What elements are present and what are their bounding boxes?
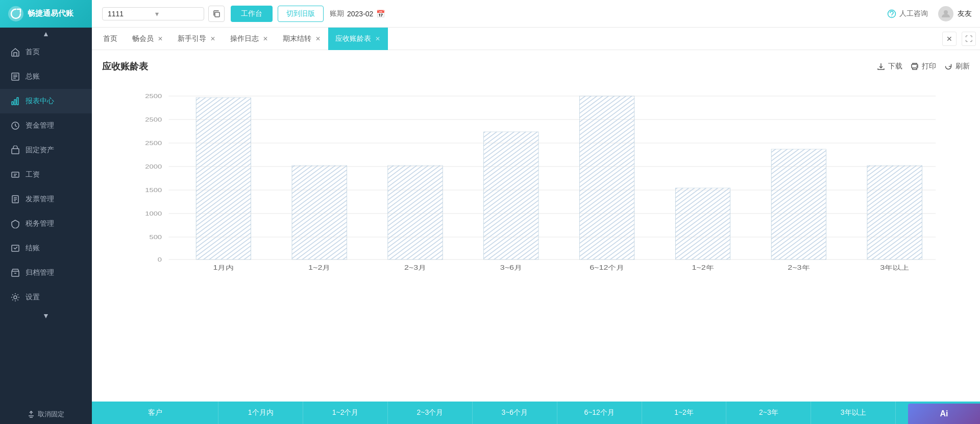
print-button[interactable]: 打印: [911, 62, 936, 71]
user-area[interactable]: 友友: [938, 6, 972, 21]
sidebar-item-salary[interactable]: 工资: [0, 162, 92, 187]
period-area: 账期 2023-02 📅: [330, 9, 385, 18]
tabs-expand-button[interactable]: ⛶: [962, 32, 976, 46]
ai-badge[interactable]: Ai: [908, 404, 980, 424]
tab-member-label: 畅会员: [132, 34, 154, 43]
company-name: 1111: [108, 10, 151, 18]
ai-badge-label: Ai: [940, 409, 948, 418]
col-1month-label: 1个月内: [248, 408, 274, 417]
support-label: 人工咨询: [899, 9, 928, 18]
sidebar-scroll-down[interactable]: ▼: [0, 310, 92, 322]
tab-aging[interactable]: 应收账龄表 ✕: [328, 28, 388, 50]
sidebar-label-assets: 固定资产: [26, 146, 54, 155]
archive-icon: [10, 268, 20, 278]
tab-oplog-close[interactable]: ✕: [263, 35, 268, 42]
sidebar-item-settings[interactable]: 设置: [0, 285, 92, 310]
col-customer: 客户: [92, 402, 218, 424]
sidebar-label-funds: 资金管理: [26, 121, 54, 130]
sidebar-label-invoice: 发票管理: [26, 195, 54, 204]
svg-text:3年以上: 3年以上: [880, 264, 909, 271]
svg-text:1月内: 1月内: [213, 264, 234, 271]
sidebar-item-home[interactable]: 首页: [0, 40, 92, 64]
cancel-fixed-label: 取消固定: [38, 410, 64, 419]
svg-text:1000: 1000: [145, 210, 162, 217]
download-button[interactable]: 下载: [877, 62, 902, 71]
svg-text:500: 500: [149, 234, 162, 241]
sidebar-scroll-up[interactable]: ▲: [0, 28, 92, 40]
salary-icon: [10, 170, 20, 180]
tab-home-label: 首页: [103, 34, 117, 43]
tab-aging-close[interactable]: ✕: [375, 35, 380, 42]
svg-rect-9: [12, 149, 19, 154]
svg-rect-35: [292, 166, 347, 260]
svg-text:1~2月: 1~2月: [308, 264, 330, 271]
tab-oplog[interactable]: 操作日志 ✕: [223, 28, 276, 50]
tab-guide[interactable]: 新手引导 ✕: [170, 28, 223, 50]
tab-member-close[interactable]: ✕: [158, 35, 163, 42]
svg-point-16: [917, 66, 917, 66]
tab-guide-close[interactable]: ✕: [210, 35, 215, 42]
col-customer-label: 客户: [148, 408, 162, 417]
sidebar-item-closing[interactable]: 结账: [0, 236, 92, 261]
page-actions: 下载 打印: [877, 62, 970, 71]
company-selector[interactable]: 1111 ▾: [102, 7, 204, 20]
svg-rect-13: [12, 271, 19, 276]
sidebar-item-reports[interactable]: 报表中心: [0, 89, 92, 113]
tab-period-close[interactable]: ✕: [315, 35, 321, 42]
svg-point-14: [14, 296, 17, 299]
svg-point-2: [891, 15, 892, 16]
app-logo-text: 畅捷通易代账: [28, 9, 74, 18]
sidebar: ▲ 首页 总账: [0, 28, 92, 424]
settings-icon: [10, 292, 20, 302]
sidebar-item-tax[interactable]: 税务管理: [0, 211, 92, 236]
svg-text:0: 0: [158, 256, 162, 263]
chart-container: 2500 2500 2500 2000 1500 1000 500 0: [102, 81, 970, 391]
col-6-12month: 6~12个月: [557, 402, 642, 424]
col-1-2month-label: 1~2个月: [332, 408, 359, 417]
sidebar-item-funds[interactable]: 资金管理: [0, 113, 92, 138]
refresh-button[interactable]: 刷新: [944, 62, 970, 71]
user-name: 友友: [958, 9, 972, 18]
col-3plus: 3年以上: [811, 402, 896, 424]
sidebar-item-ledger[interactable]: 总账: [0, 64, 92, 89]
svg-rect-39: [675, 188, 730, 260]
sidebar-label-ledger: 总账: [26, 72, 40, 81]
col-6-12month-label: 6~12个月: [584, 408, 615, 417]
funds-icon: [10, 121, 20, 131]
sidebar-label-reports: 报表中心: [26, 97, 54, 106]
tab-member[interactable]: 畅会员 ✕: [125, 28, 170, 50]
sidebar-item-archive[interactable]: 归档管理: [0, 261, 92, 285]
svg-rect-34: [196, 98, 251, 260]
reports-icon: [10, 96, 20, 106]
col-2-3year-label: 2~3年: [759, 408, 778, 417]
cancel-fixed-button[interactable]: 取消固定: [0, 405, 92, 424]
svg-text:2500: 2500: [145, 140, 162, 147]
chart-wrapper: 2500 2500 2500 2000 1500 1000 500 0: [102, 81, 970, 391]
tabs-close-button[interactable]: ✕: [942, 32, 957, 46]
copy-button[interactable]: [208, 6, 225, 22]
col-1-2month: 1~2个月: [303, 402, 388, 424]
svg-text:2500: 2500: [145, 93, 162, 100]
col-3-6month-label: 3~6个月: [501, 408, 528, 417]
support-button[interactable]: 人工咨询: [887, 9, 928, 18]
tab-aging-label: 应收账龄表: [335, 34, 371, 43]
sidebar-item-assets[interactable]: 固定资产: [0, 138, 92, 162]
sidebar-item-invoice[interactable]: 发票管理: [0, 187, 92, 211]
sidebar-label-home: 首页: [26, 48, 40, 57]
page-title: 应收账龄表: [102, 60, 148, 73]
calendar-icon[interactable]: 📅: [376, 10, 385, 18]
logo-area: 畅捷通易代账: [0, 0, 92, 28]
col-3plus-label: 3年以上: [841, 408, 866, 417]
tab-guide-label: 新手引导: [178, 34, 206, 43]
switch-version-button[interactable]: 切到旧版: [278, 6, 324, 22]
tab-home[interactable]: 首页: [96, 28, 125, 50]
tab-period[interactable]: 期末结转 ✕: [276, 28, 328, 50]
download-label: 下载: [888, 62, 902, 71]
col-1-2year-label: 1~2年: [674, 408, 694, 417]
workbench-button[interactable]: 工作台: [231, 6, 273, 22]
tax-icon: [10, 219, 20, 229]
top-header: 畅捷通易代账 1111 ▾ 工作台 切到旧版 账期 2023-02 📅 人工咨询: [0, 0, 980, 28]
col-1month: 1个月内: [218, 402, 303, 424]
svg-rect-10: [12, 172, 19, 177]
sidebar-label-closing: 结账: [26, 244, 40, 253]
